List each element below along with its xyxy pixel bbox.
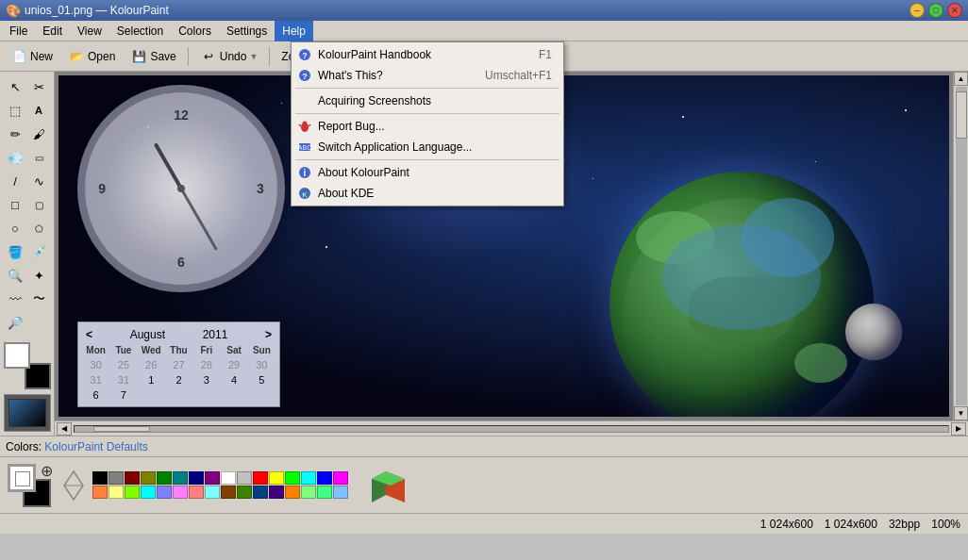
menu-item-report-bug[interactable]: Report Bug... [292, 116, 563, 137]
color-swatch[interactable] [141, 471, 156, 485]
tool-curve[interactable]: ∿ [27, 170, 50, 192]
cal-cell[interactable]: 2 [165, 372, 192, 387]
tool-brush[interactable]: 🖌 [27, 123, 50, 145]
menu-file[interactable]: File [2, 21, 35, 41]
tool-zoom[interactable]: 🔎 [4, 311, 26, 334]
menu-help[interactable]: Help [275, 21, 313, 41]
scroll-right-button[interactable]: ▶ [951, 422, 966, 436]
tool-colorpick[interactable]: 💉 [27, 240, 50, 263]
tool-eraser[interactable]: ▭ [27, 146, 50, 169]
color-swatch[interactable] [141, 486, 156, 499]
color-swatch[interactable] [237, 486, 252, 499]
color-swatch[interactable] [301, 471, 316, 485]
tool-squiggle[interactable]: 〜 [27, 288, 50, 310]
color-swatch[interactable] [285, 486, 300, 499]
close-button[interactable]: ✕ [947, 3, 962, 18]
color-swatch[interactable] [333, 486, 348, 499]
color-swatch[interactable] [125, 471, 140, 485]
undo-button[interactable]: ↩ Undo ▼ [193, 44, 265, 69]
tool-spraycan[interactable]: ✦ [27, 264, 50, 287]
scroll-track-h[interactable] [74, 425, 949, 433]
color-swatch[interactable] [125, 486, 140, 499]
color-swatch[interactable] [269, 486, 284, 499]
cal-prev[interactable]: < [86, 328, 92, 341]
menu-item-handbook[interactable]: ? KolourPaint Handbook F1 [292, 44, 563, 65]
color-swatch[interactable] [253, 486, 268, 499]
cal-cell[interactable]: 5 [248, 372, 275, 387]
color-swatch[interactable] [317, 471, 332, 485]
cal-next[interactable]: > [265, 328, 272, 341]
color-swatch[interactable] [189, 471, 204, 485]
color-swatch[interactable] [92, 471, 108, 485]
foreground-color-box[interactable] [8, 464, 36, 492]
cal-cell[interactable]: 3 [192, 372, 220, 387]
tool-text[interactable]: A [27, 99, 50, 122]
tool-freeselect[interactable]: ✂ [27, 75, 50, 98]
cal-cell[interactable]: 7 [109, 387, 137, 403]
cal-cell[interactable]: 27 [165, 357, 192, 372]
transparent-swatch[interactable] [58, 464, 89, 507]
color-swatch[interactable] [221, 471, 236, 485]
color-swatch[interactable] [205, 471, 220, 485]
cal-cell[interactable]: 30 [248, 357, 275, 372]
cal-cell[interactable]: 31 [82, 372, 109, 387]
menu-item-whatsthis[interactable]: ? What's This? Umschalt+F1 [292, 65, 563, 86]
color-swatch[interactable] [92, 486, 108, 499]
color-swatch[interactable] [301, 486, 316, 499]
color-swatch[interactable] [333, 471, 348, 485]
cal-cell[interactable]: 6 [82, 387, 109, 403]
maximize-button[interactable]: □ [928, 3, 943, 18]
color-swatch[interactable] [205, 486, 220, 499]
fg-color-swatch[interactable] [4, 342, 30, 369]
menu-selection[interactable]: Selection [109, 21, 171, 41]
color-swatch[interactable] [108, 486, 124, 499]
tool-pencil[interactable]: ✏ [4, 123, 26, 145]
cal-cell[interactable]: 28 [192, 357, 220, 372]
tool-wave[interactable]: 〰 [4, 288, 26, 310]
minimize-button[interactable]: ─ [910, 3, 925, 18]
new-button[interactable]: 📄 New [4, 44, 59, 69]
scroll-down-button[interactable]: ▼ [954, 406, 968, 420]
cal-cell[interactable]: 26 [138, 357, 165, 372]
color-swatch[interactable] [157, 471, 172, 485]
menu-item-about-kp[interactable]: i About KolourPaint [292, 162, 563, 183]
menu-edit[interactable]: Edit [35, 21, 70, 41]
color-swatch[interactable] [253, 471, 268, 485]
cal-cell[interactable]: 1 [138, 372, 165, 387]
tool-airbrush[interactable]: 💨 [4, 146, 26, 169]
cal-cell[interactable]: 30 [82, 357, 109, 372]
scroll-up-button[interactable]: ▲ [954, 72, 968, 86]
tool-ellipse[interactable]: ○ [4, 217, 26, 239]
scroll-thumb-h[interactable] [93, 426, 150, 432]
color-swatch[interactable] [173, 486, 188, 499]
color-swatch[interactable] [189, 486, 204, 499]
scroll-track-v[interactable] [956, 87, 967, 405]
color-swatch[interactable] [173, 471, 188, 485]
tool-magnify[interactable]: 🔍 [4, 264, 26, 287]
menu-item-switch-lang[interactable]: ABC Switch Application Language... [292, 137, 563, 157]
menu-view[interactable]: View [70, 21, 109, 41]
color-swatch[interactable] [269, 471, 284, 485]
color-swatch[interactable] [157, 486, 172, 499]
tool-roundrect[interactable]: ▢ [27, 193, 50, 216]
scroll-thumb-v[interactable] [956, 91, 967, 139]
tool-rect[interactable]: □ [4, 193, 26, 216]
menu-item-about-kde[interactable]: K About KDE [292, 183, 563, 204]
color-swatch[interactable] [285, 471, 300, 485]
menu-colors[interactable]: Colors [171, 21, 219, 41]
menu-item-acquiring[interactable]: Acquiring Screenshots [292, 91, 563, 111]
cal-cell[interactable]: 31 [109, 372, 137, 387]
color-swatch[interactable] [317, 486, 332, 499]
scroll-left-button[interactable]: ◀ [57, 422, 72, 436]
tool-poly[interactable]: ⬠ [27, 217, 50, 239]
cal-cell[interactable]: 25 [109, 357, 137, 372]
cal-cell[interactable]: 29 [220, 357, 247, 372]
menu-settings[interactable]: Settings [219, 21, 275, 41]
tool-rectselect[interactable]: ⬚ [4, 99, 26, 122]
tool-fill[interactable]: 🪣 [4, 240, 26, 263]
tool-select[interactable]: ↖ [4, 75, 26, 98]
open-button[interactable]: 📂 Open [61, 44, 122, 69]
save-button[interactable]: 💾 Save [124, 44, 182, 69]
color-swatch[interactable] [108, 471, 124, 485]
cal-cell[interactable]: 4 [220, 372, 247, 387]
